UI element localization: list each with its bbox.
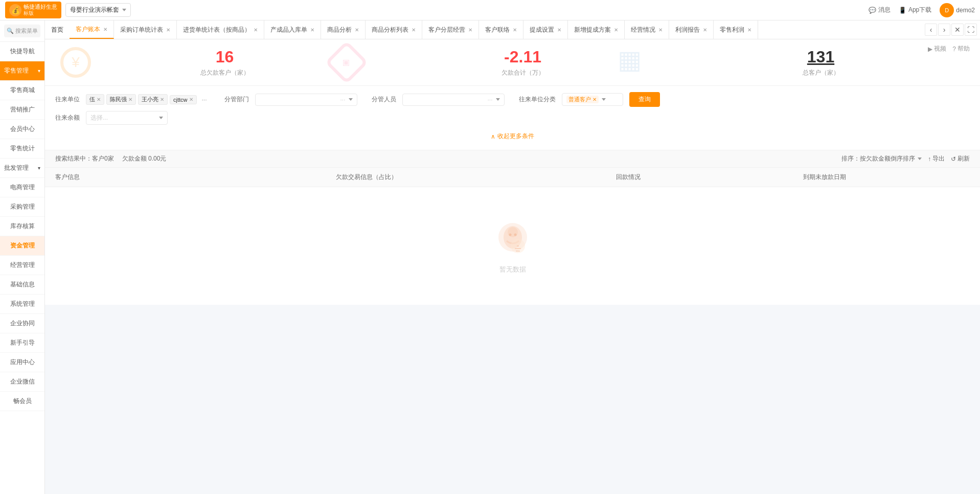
col-repayment: 回款情况 <box>606 168 793 187</box>
sidebar-item-finance[interactable]: 资金管理 <box>0 236 44 256</box>
stat-value-customers: 16 <box>216 48 234 66</box>
filter-tag-remove[interactable]: ✕ <box>128 97 132 102</box>
tab-close-icon[interactable]: ✕ <box>658 27 663 33</box>
tab-improve-settings[interactable]: 提成设置 ✕ <box>523 20 568 39</box>
help-btn[interactable]: ? 帮助 <box>952 44 970 53</box>
stat-icon-owed: ◈ <box>331 47 362 78</box>
tab-close-icon[interactable]: ✕ <box>103 27 107 32</box>
query-btn[interactable]: 查询 <box>629 92 660 107</box>
sidebar-item-ecommerce[interactable]: 电商管理 <box>0 178 44 197</box>
sidebar-item-system[interactable]: 系统管理 <box>0 295 44 314</box>
tab-ops-situation[interactable]: 经营情况 ✕ <box>625 20 669 39</box>
tab-stock-stats[interactable]: 进货单统计表（按商品） ✕ <box>177 20 264 39</box>
empty-icon <box>492 218 533 259</box>
sidebar-item-member[interactable]: 会员中心 <box>0 120 44 139</box>
sidebar-item-apps[interactable]: 应用中心 <box>0 353 44 372</box>
filter-row-2: 往来余额 选择... <box>55 111 970 125</box>
tab-close-icon[interactable]: ✕ <box>703 27 707 33</box>
top-bar-left: 💰 畅捷通好生意 标版 母婴行业演示帐套 <box>5 2 131 18</box>
tab-close-icon[interactable]: ✕ <box>412 27 416 33</box>
sidebar-item-vip[interactable]: 畅会员 <box>0 392 44 411</box>
ellipsis-icon: ··· <box>488 96 493 103</box>
filter-tag-text: cjttcw <box>173 97 188 103</box>
tab-close-icon[interactable]: ✕ <box>557 27 561 33</box>
sidebar: 🔍 搜索菜单 快捷导航 零售管理 ▾ 零售商城 营销推广 会员中心 零售统计 批… <box>0 20 45 494</box>
sidebar-search: 🔍 搜索菜单 <box>0 20 44 42</box>
tab-close-icon[interactable]: ✕ <box>355 27 359 33</box>
tab-prev-btn[interactable]: ‹ <box>925 24 937 36</box>
sidebar-item-corp[interactable]: 企业协同 <box>0 314 44 333</box>
tab-purchase-order-stats[interactable]: 采购订单统计表 ✕ <box>114 20 177 39</box>
svg-point-3 <box>509 234 511 236</box>
sidebar-item-marketing[interactable]: 营销推广 <box>0 100 44 120</box>
stat-label-customers: 总欠款客户（家） <box>200 69 249 77</box>
tab-customer-segment[interactable]: 客户分层经营 ✕ <box>422 20 479 39</box>
tab-profit-report[interactable]: 利润报告 ✕ <box>669 20 714 39</box>
tab-home[interactable]: 首页 <box>45 21 70 38</box>
sidebar-item-purchase[interactable]: 采购管理 <box>0 197 44 217</box>
sidebar-item-wechat[interactable]: 企业微信 <box>0 372 44 392</box>
filter-tag-remove[interactable]: ✕ <box>189 97 193 102</box>
filter-tag-remove[interactable]: ✕ <box>592 97 597 102</box>
filter-collapse-btn[interactable]: ∧ 收起更多条件 <box>55 129 970 144</box>
filter-tag-text: 伍 <box>89 96 95 103</box>
filter-tag-remove[interactable]: ✕ <box>97 97 101 102</box>
stat-actions: ▶ 视频 ? 帮助 <box>928 44 970 53</box>
chevron-down-icon <box>159 117 163 119</box>
tab-close-icon[interactable]: ✕ <box>513 27 517 33</box>
sidebar-item-quick-nav[interactable]: 快捷导航 <box>0 42 44 61</box>
refresh-btn[interactable]: ↺ 刷新 <box>951 154 970 163</box>
user-avatar[interactable]: D demo2 <box>940 3 975 17</box>
tab-close-icon[interactable]: ✕ <box>614 27 618 33</box>
tab-goods-analysis-list[interactable]: 商品分析列表 ✕ <box>366 20 422 39</box>
message-btn[interactable]: 💬 消息 <box>869 6 891 14</box>
tab-bar: 首页 客户账本 ✕ 采购订单统计表 ✕ 进货单统计表（按商品） ✕ 产成品入库单… <box>45 20 980 39</box>
filter-tag-2: 王小亮 ✕ <box>138 94 168 105</box>
industry-selector[interactable]: 母婴行业演示帐套 <box>65 3 131 17</box>
sidebar-item-ops[interactable]: 经营管理 <box>0 256 44 275</box>
filter-unit-class-label: 往来单位分类 <box>519 95 556 104</box>
tab-customer-account[interactable]: 客户账本 ✕ <box>70 20 114 39</box>
tab-goods-analysis[interactable]: 商品分析 ✕ <box>321 20 366 39</box>
tab-fullscreen-btn[interactable]: ⛶ <box>965 24 977 36</box>
tab-close-icon[interactable]: ✕ <box>254 27 258 33</box>
video-btn[interactable]: ▶ 视频 <box>928 44 946 53</box>
sidebar-item-basic[interactable]: 基础信息 <box>0 275 44 295</box>
search-result-text: 搜索结果中：客户0家 <box>55 154 114 163</box>
filter-selected-class: 普通客户 ✕ <box>566 96 599 103</box>
filter-person-selector[interactable]: ··· <box>402 94 505 106</box>
table-header: 客户信息 欠款交易信息（占比） 回款情况 到期未放款日期 <box>45 168 980 187</box>
tab-close-icon[interactable]: ✕ <box>747 27 751 33</box>
stat-item-total: 131 总客户（家） <box>672 48 970 77</box>
tab-retail-profit[interactable]: 零售利润 ✕ <box>714 20 758 39</box>
tab-close-icon[interactable]: ✕ <box>468 27 472 33</box>
tab-new-improve[interactable]: 新增提成方案 ✕ <box>568 20 625 39</box>
search-icon: 🔍 <box>7 28 14 34</box>
tab-close-icon[interactable]: ✕ <box>310 27 314 33</box>
app-download-btn[interactable]: 📱 App下载 <box>899 6 931 14</box>
sidebar-item-retail-stats[interactable]: 零售统计 <box>0 139 44 159</box>
svg-point-2 <box>508 227 518 237</box>
tab-close-all-btn[interactable]: ✕ <box>951 24 964 36</box>
tab-product-in[interactable]: 产成品入库单 ✕ <box>264 20 321 39</box>
top-bar: 💰 畅捷通好生意 标版 母婴行业演示帐套 💬 消息 📱 App下载 D demo… <box>0 0 980 20</box>
sidebar-item-retail-mall[interactable]: 零售商城 <box>0 81 44 100</box>
tab-next-btn[interactable]: › <box>938 24 950 36</box>
stat-value-owed: -2.11 <box>504 48 541 66</box>
search-menu-btn[interactable]: 🔍 搜索菜单 <box>4 25 40 37</box>
filter-dept-selector[interactable]: ··· <box>255 94 357 106</box>
export-btn[interactable]: ↑ 导出 <box>928 154 945 163</box>
sort-btn[interactable]: 排序：按欠款金额倒序排序 <box>841 154 922 163</box>
filter-tag-remove[interactable]: ✕ <box>160 97 164 102</box>
filter-dept-label: 分管部门 <box>224 95 249 104</box>
filter-unit-class-selector[interactable]: 普通客户 ✕ <box>562 93 623 106</box>
table-container: 客户信息 欠款交易信息（占比） 回款情况 到期未放款日期 <box>45 168 980 305</box>
sidebar-item-newbie[interactable]: 新手引导 <box>0 333 44 353</box>
tab-close-icon[interactable]: ✕ <box>166 27 170 33</box>
filter-balance-selector[interactable]: 选择... <box>86 111 168 125</box>
filter-more-btn[interactable]: ··· <box>199 95 210 104</box>
tab-customer-contact[interactable]: 客户联络 ✕ <box>479 20 523 39</box>
sidebar-item-wholesale-mgmt[interactable]: 批发管理 ▾ <box>0 159 44 178</box>
sidebar-item-retail-mgmt[interactable]: 零售管理 ▾ <box>0 61 44 81</box>
sidebar-item-inventory[interactable]: 库存核算 <box>0 217 44 236</box>
